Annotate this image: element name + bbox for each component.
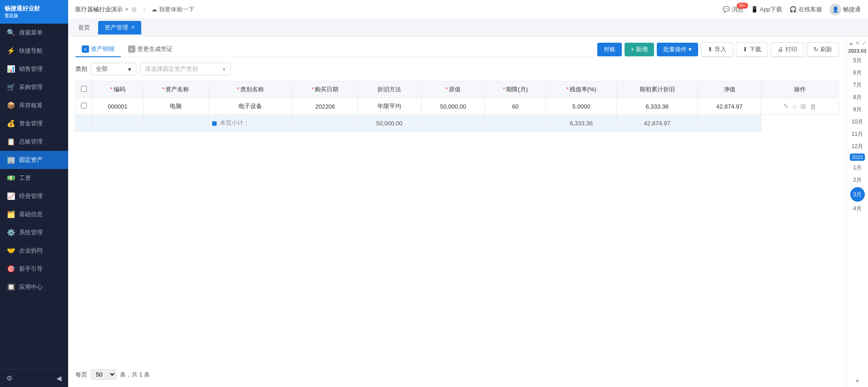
import-button[interactable]: ⬆ 导入: [701, 42, 733, 57]
view-icon[interactable]: ○: [793, 103, 797, 110]
tab-home[interactable]: 首页: [72, 21, 96, 35]
tab-close-icon[interactable]: ✕: [131, 25, 135, 30]
sidebar-icon-6: 📋: [6, 138, 15, 146]
tab-asset-management[interactable]: 资产管理 ✕: [98, 21, 141, 35]
panel-month-4[interactable]: 4月: [847, 203, 868, 215]
sidebar-item-资金管理[interactable]: 💰资金管理: [0, 114, 68, 133]
sidebar-item-固定资产[interactable]: 🏢固定资产: [0, 151, 68, 169]
panel-month-6[interactable]: 6月: [847, 67, 868, 79]
cell-initial-depreciation: 6,333.36: [617, 98, 698, 115]
company-selector[interactable]: 医疗器械行业演示 ▾ ⚙: [75, 5, 137, 14]
panel-year-badge[interactable]: 2023: [850, 154, 864, 161]
download-button[interactable]: ⬇ 下载: [736, 42, 768, 57]
topbar-right: 💬 消息 99+ 📱 App下载 🎧 在线客服 👤 畅捷通: [723, 4, 861, 15]
settings-icon[interactable]: ⚙: [131, 6, 137, 13]
panel-down-icon[interactable]: ▼: [855, 377, 860, 387]
category-label: 类别: [75, 65, 87, 73]
sub-tab-asset-detail[interactable]: ≡ 资产明细: [75, 42, 121, 57]
edit-icon[interactable]: ✎: [783, 102, 789, 110]
category-filter-select[interactable]: 全部 ▾: [91, 63, 136, 75]
sidebar-item-应用中心[interactable]: 🔲应用中心: [0, 278, 68, 296]
right-panel: ▲ ✕ ⤢ 2023.03 5月 6月 7月 8月 9月 10月 11月 12月…: [846, 36, 868, 387]
panel-close-icon[interactable]: ✕: [855, 40, 860, 46]
search-dropdown-icon: ▾: [223, 66, 226, 73]
message-icon: 💬: [723, 6, 730, 13]
customer-service-button[interactable]: 🎧 在线客服: [789, 5, 822, 14]
sidebar-item-搜索菜单[interactable]: 🔍搜索菜单: [0, 24, 68, 42]
panel-month-5[interactable]: 5月: [847, 55, 868, 67]
sidebar-label-5: 资金管理: [19, 119, 43, 128]
batch-dropdown-icon: ▾: [689, 46, 692, 53]
sidebar-label-8: 工资: [19, 174, 31, 182]
sidebar-icon-7: 🏢: [6, 156, 15, 164]
refresh-button[interactable]: ↻ 刷新: [807, 42, 839, 57]
settings-icon[interactable]: ⚙: [6, 374, 12, 382]
subtotal-initial-depreciation: 6,333.36: [546, 115, 617, 132]
sidebar-item-基础信息[interactable]: 🗂️基础信息: [0, 205, 68, 223]
cell-depreciation-method: 年限平均: [357, 98, 421, 115]
sidebar-item-系统管理[interactable]: ⚙️系统管理: [0, 223, 68, 242]
messages-button[interactable]: 💬 消息 99+: [723, 5, 744, 14]
toolbar-actions: 对账 + 新增 批量操作 ▾ ⬆ 导入 ⬇ 下载 🖨: [597, 42, 839, 57]
delete-icon[interactable]: 🗑: [810, 103, 817, 110]
sidebar-logo: 畅捷通好业财 普及版: [0, 0, 68, 24]
panel-month-7[interactable]: 7月: [847, 79, 868, 91]
reconcile-button[interactable]: 对账: [597, 43, 622, 56]
sidebar-label-6: 总账管理: [19, 138, 43, 146]
cell-code: 000001: [92, 98, 144, 115]
panel-expand-icon[interactable]: ⤢: [862, 40, 866, 46]
sidebar-item-采购管理[interactable]: 🛒采购管理: [0, 78, 68, 96]
print-button[interactable]: 🖨 打印: [771, 42, 804, 57]
th-category: *类别名称: [208, 81, 293, 98]
sidebar-item-销售管理[interactable]: 📊销售管理: [0, 60, 68, 78]
panel-month-10[interactable]: 10月: [847, 116, 868, 128]
nav-tabs-bar: 首页 资产管理 ✕: [68, 19, 868, 36]
select-all-checkbox[interactable]: [76, 81, 92, 98]
batch-button[interactable]: 批量操作 ▾: [657, 43, 698, 56]
sidebar-icon-5: 💰: [6, 119, 15, 128]
sidebar-label-0: 搜索菜单: [19, 29, 43, 37]
sidebar-item-企业协同[interactable]: 🤝企业协同: [0, 242, 68, 260]
sidebar-label-9: 经营管理: [19, 192, 43, 200]
panel-month-12[interactable]: 12月: [847, 140, 868, 153]
sidebar-item-快捷导航[interactable]: ⚡快捷导航: [0, 42, 68, 60]
sidebar-icon-0: 🔍: [6, 29, 15, 37]
sidebar-item-总账管理[interactable]: 📋总账管理: [0, 133, 68, 151]
panel-month-2[interactable]: 2月: [847, 174, 868, 186]
demo-button[interactable]: ☁ 我要体验一下: [151, 5, 194, 14]
user-menu[interactable]: 👤 畅捷通: [829, 4, 861, 15]
app-download-button[interactable]: 📱 App下载: [751, 5, 782, 14]
collapse-icon[interactable]: ◀: [56, 374, 62, 382]
per-page-select[interactable]: 50 100: [91, 369, 116, 380]
panel-month-8[interactable]: 8月: [847, 91, 868, 104]
sidebar-label-14: 应用中心: [19, 283, 43, 291]
select-dropdown-icon: ▾: [128, 66, 131, 73]
checkbox-all[interactable]: [81, 86, 87, 92]
sidebar-icon-10: 🗂️: [6, 210, 15, 218]
panel-month-11[interactable]: 11月: [847, 128, 868, 140]
sub-tab-voucher[interactable]: ≡ 变更生成凭证: [122, 42, 179, 57]
new-button[interactable]: + 新增: [625, 43, 654, 56]
row-checkbox[interactable]: [81, 103, 87, 109]
copy-icon[interactable]: ⊞: [800, 102, 806, 110]
sub-tabs: ≡ 资产明细 ≡ 变更生成凭证 对账 + 新增 批量操作 ▾ ⬆: [75, 42, 839, 57]
import-icon: ⬆: [708, 46, 713, 53]
table-row: 000001 电脑 电子设备 202206 年限平均 50,000.00 60 …: [76, 98, 839, 115]
refresh-icon: ↻: [813, 46, 818, 53]
panel-month-3-active[interactable]: 3月: [850, 187, 865, 202]
sidebar: 畅捷通好业财 普及版 🔍搜索菜单⚡快捷导航📊销售管理🛒采购管理📦库存核算💰资金管…: [0, 0, 68, 387]
panel-month-9[interactable]: 9月: [847, 104, 868, 116]
sidebar-label-1: 快捷导航: [19, 47, 43, 55]
panel-month-1[interactable]: 1月: [847, 162, 868, 174]
sidebar-item-经营管理[interactable]: 📈经营管理: [0, 187, 68, 205]
service-icon: 🎧: [789, 6, 797, 13]
sidebar-item-工资[interactable]: 💵工资: [0, 169, 68, 187]
content-main: ≡ 资产明细 ≡ 变更生成凭证 对账 + 新增 批量操作 ▾ ⬆: [68, 36, 846, 387]
category-search-input[interactable]: 请选择固定资产类别 ▾: [140, 63, 231, 75]
download-icon: ⬇: [743, 46, 748, 53]
sidebar-footer: ⚙ ◀: [0, 369, 68, 387]
sidebar-item-新手引导[interactable]: 🎯新手引导: [0, 260, 68, 278]
sidebar-icon-12: 🤝: [6, 247, 15, 255]
panel-up-icon[interactable]: ▲: [848, 40, 854, 46]
sidebar-item-库存核算[interactable]: 📦库存核算: [0, 96, 68, 114]
